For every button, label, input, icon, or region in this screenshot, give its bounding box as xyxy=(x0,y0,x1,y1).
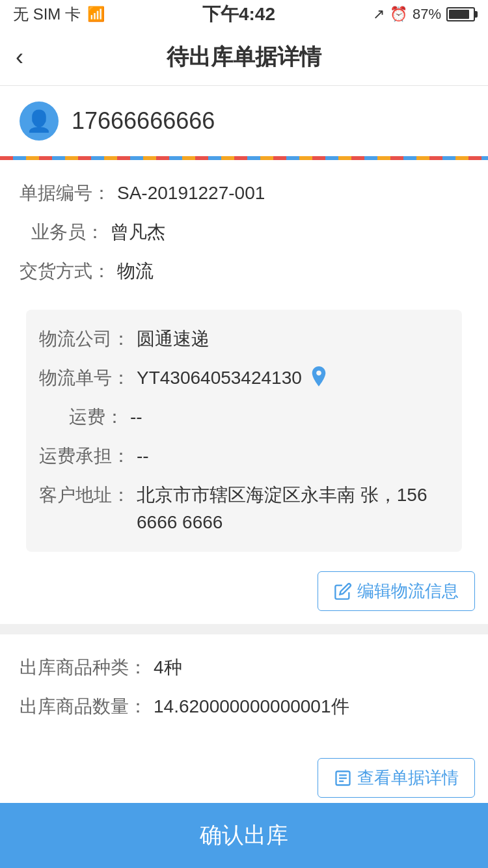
edit-btn-row: 编辑物流信息 xyxy=(0,558,488,624)
goods-section: 出库商品种类： 4种 出库商品数量： 14.620000000000001件 xyxy=(0,634,488,745)
freight-value: -- xyxy=(130,403,449,431)
goods-types-label: 出库商品种类： xyxy=(20,654,147,681)
status-right: ↗ ⏰ 87% xyxy=(373,6,475,23)
avatar-icon: 👤 xyxy=(26,109,52,133)
logistics-tracking-row: 物流单号： YT43064053424130 xyxy=(39,364,449,392)
salesman-label: 业务员： xyxy=(20,219,104,246)
freight-type-value: -- xyxy=(137,442,449,470)
goods-types-row: 出库商品种类： 4种 xyxy=(20,654,468,681)
location-arrow-icon: ↗ xyxy=(373,6,385,23)
order-no-value: SA-20191227-001 xyxy=(117,180,468,207)
logistics-card: 物流公司： 圆通速递 物流单号： YT43064053424130 运费： --… xyxy=(26,310,462,552)
salesman-row: 业务员： 曾凡杰 xyxy=(20,219,468,246)
status-time: 下午4:42 xyxy=(202,2,275,27)
salesman-value: 曾凡杰 xyxy=(111,219,468,246)
order-no-label: 单据编号： xyxy=(20,180,111,207)
list-icon xyxy=(334,769,352,787)
phone-number: 17666666666 xyxy=(72,107,215,135)
freight-label: 运费： xyxy=(39,403,124,431)
logistics-tracking-label: 物流单号： xyxy=(39,364,130,392)
battery-indicator xyxy=(446,7,475,21)
status-left: 无 SIM 卡 📶 xyxy=(13,4,105,25)
avatar: 👤 xyxy=(20,102,59,141)
edit-logistics-label: 编辑物流信息 xyxy=(357,580,459,603)
goods-quantity-label: 出库商品数量： xyxy=(20,693,147,720)
location-pin-icon xyxy=(308,366,329,390)
back-button[interactable]: ‹ xyxy=(16,44,23,71)
carrier-text: 无 SIM 卡 xyxy=(13,4,81,25)
nav-bar: ‹ 待出库单据详情 xyxy=(0,29,488,86)
goods-quantity-value: 14.620000000000001件 xyxy=(154,693,468,720)
delivery-value: 物流 xyxy=(117,258,468,285)
goods-types-value: 4种 xyxy=(154,654,468,681)
edit-logistics-button[interactable]: 编辑物流信息 xyxy=(318,571,475,611)
goods-quantity-row: 出库商品数量： 14.620000000000001件 xyxy=(20,693,468,720)
view-details-button[interactable]: 查看单据详情 xyxy=(318,758,475,798)
edit-icon xyxy=(334,582,352,601)
delivery-row: 交货方式： 物流 xyxy=(20,258,468,285)
section-separator xyxy=(0,624,488,634)
freight-type-row: 运费承担： -- xyxy=(39,442,449,470)
address-label: 客户地址： xyxy=(39,481,130,509)
page-title: 待出库单据详情 xyxy=(167,42,321,72)
logistics-company-label: 物流公司： xyxy=(39,325,130,353)
delivery-label: 交货方式： xyxy=(20,258,111,285)
logistics-company-row: 物流公司： 圆通速递 xyxy=(39,325,449,353)
user-header: 👤 17666666666 xyxy=(0,86,488,156)
order-no-row: 单据编号： SA-20191227-001 xyxy=(20,180,468,207)
alarm-icon: ⏰ xyxy=(390,6,407,23)
confirm-bar[interactable]: 确认出库 xyxy=(0,803,488,868)
logistics-company-value: 圆通速递 xyxy=(137,325,449,353)
address-value: 北京市市辖区海淀区永丰南 张，156 6666 6666 xyxy=(137,481,449,536)
freight-type-label: 运费承担： xyxy=(39,442,130,470)
status-bar: 无 SIM 卡 📶 下午4:42 ↗ ⏰ 87% xyxy=(0,0,488,29)
address-row: 客户地址： 北京市市辖区海淀区永丰南 张，156 6666 6666 xyxy=(39,481,449,536)
logistics-tracking-value: YT43064053424130 xyxy=(137,364,449,392)
order-info-section: 单据编号： SA-20191227-001 业务员： 曾凡杰 交货方式： 物流 xyxy=(0,160,488,310)
view-details-label: 查看单据详情 xyxy=(357,766,459,789)
battery-text: 87% xyxy=(413,6,441,23)
wifi-icon: 📶 xyxy=(87,6,105,23)
freight-row: 运费： -- xyxy=(39,403,449,431)
confirm-text: 确认出库 xyxy=(200,821,288,850)
